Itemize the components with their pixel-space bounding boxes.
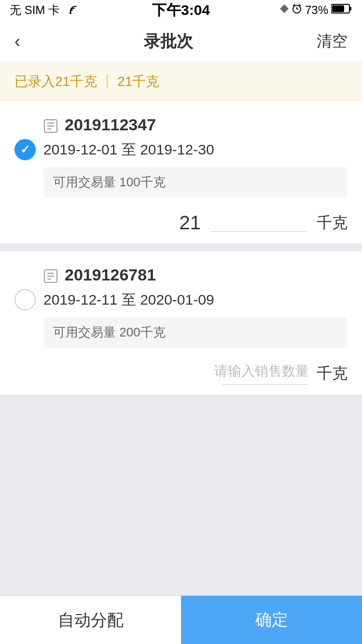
back-button[interactable]: ‹ [14, 31, 20, 52]
batch1-date: 2019-12-01 至 2019-12-30 [43, 140, 214, 160]
recorded-label: 已录入21千克 [14, 72, 97, 91]
alarm-icon [292, 3, 302, 17]
batch1-quantity-row: 21 千克 [0, 202, 362, 243]
total-label: 21千克 [117, 72, 159, 91]
batch2-input-wrapper[interactable]: 请输入销售数量 [214, 362, 309, 385]
location-icon [280, 3, 289, 17]
banner-divider [107, 75, 108, 88]
section-divider-1 [0, 243, 362, 251]
wifi-icon [64, 3, 77, 17]
batch2-date-row[interactable]: 2019-12-11 至 2020-01-09 [14, 289, 348, 310]
batch2-input-placeholder: 请输入销售数量 [214, 362, 309, 383]
nav-bar: ‹ 录批次 清空 [0, 20, 362, 63]
page-title: 录批次 [144, 30, 193, 53]
status-bar: 无 SIM 卡 下午3:04 73% [0, 0, 362, 20]
svg-point-0 [70, 12, 71, 14]
batch2-date: 2019-12-11 至 2020-01-09 [43, 290, 214, 310]
batch1-header: 2019112347 [14, 115, 348, 134]
info-banner: 已录入21千克 21千克 [0, 63, 362, 101]
batch2-card: 2019126781 2019-12-11 至 2020-01-09 可用交易量… [0, 251, 362, 352]
batch2-header: 2019126781 [14, 266, 348, 284]
batch1-available: 可用交易量 100千克 [43, 167, 348, 197]
bottom-bar: 自动分配 确定 [0, 596, 362, 644]
confirm-button[interactable]: 确定 [181, 596, 362, 644]
clear-button[interactable]: 清空 [317, 31, 348, 52]
doc-icon-1 [43, 116, 61, 133]
batch1-radio[interactable] [14, 139, 36, 160]
svg-rect-6 [332, 5, 344, 12]
auto-distribute-button[interactable]: 自动分配 [0, 596, 181, 644]
sim-text: 无 SIM 卡 [10, 2, 60, 18]
status-time: 下午3:04 [152, 0, 210, 20]
batch2-id: 2019126781 [65, 266, 156, 284]
batch2-unit: 千克 [317, 363, 348, 384]
battery-icon [331, 3, 352, 17]
batch2-available: 可用交易量 200千克 [43, 317, 348, 348]
battery-percent: 73% [305, 3, 328, 17]
batch1-date-row[interactable]: 2019-12-01 至 2019-12-30 [14, 139, 348, 160]
batch1-card: 2019112347 2019-12-01 至 2019-12-30 可用交易量… [0, 101, 362, 202]
qty-divider [210, 231, 307, 232]
status-left: 无 SIM 卡 [10, 2, 77, 18]
batch1-id: 2019112347 [65, 115, 156, 134]
svg-rect-5 [349, 7, 351, 11]
batch2-radio[interactable] [14, 289, 36, 310]
batch2-input-row: 请输入销售数量 千克 [0, 352, 362, 394]
batch2-input-underline [222, 384, 309, 385]
status-right: 73% [280, 3, 352, 17]
batch1-quantity-value: 21 [180, 212, 201, 234]
batch1-unit: 千克 [317, 212, 348, 234]
doc-icon-2 [43, 266, 61, 283]
